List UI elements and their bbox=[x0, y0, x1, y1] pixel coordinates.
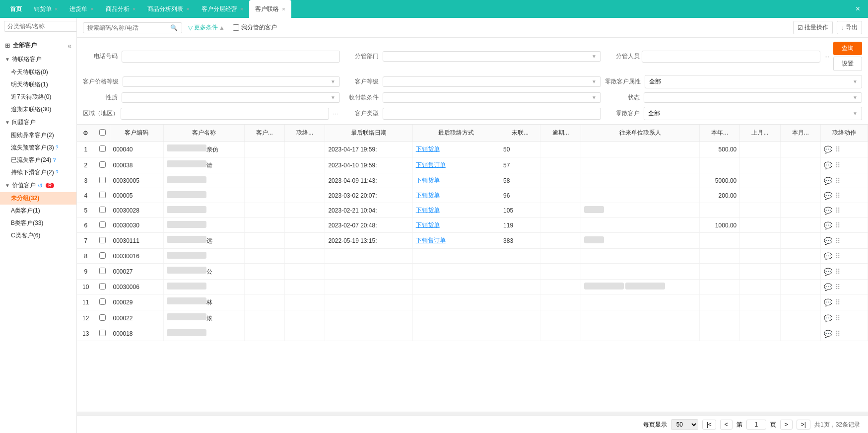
sidebar-item-warning[interactable]: 流失预警客户(3) ? bbox=[0, 142, 76, 154]
chat-icon[interactable]: 💬 bbox=[824, 221, 832, 229]
row-checkbox[interactable] bbox=[99, 252, 106, 259]
chat-icon[interactable]: 💬 bbox=[824, 314, 832, 322]
row-checkbox[interactable] bbox=[99, 298, 106, 305]
nav-purchase-close[interactable]: × bbox=[90, 6, 93, 12]
scatter-attr-select[interactable]: 全部 ▼ bbox=[645, 75, 862, 88]
chat-icon[interactable]: 💬 bbox=[824, 177, 832, 185]
sidebar-item-declining[interactable]: 持续下滑客户(2) ? bbox=[0, 166, 76, 179]
sidebar-collapse-btn[interactable]: « bbox=[67, 42, 71, 50]
row-checkbox[interactable] bbox=[99, 330, 106, 336]
contact-type-link[interactable]: 下销货单 bbox=[416, 145, 440, 152]
chat-icon[interactable]: 💬 bbox=[824, 283, 832, 291]
row-checkbox[interactable] bbox=[99, 192, 106, 198]
row-checkbox[interactable] bbox=[99, 221, 106, 228]
more-action-icon[interactable]: ⠿ bbox=[835, 252, 840, 260]
nav-customer-contact[interactable]: 客户联络 × bbox=[249, 0, 291, 18]
more-action-icon[interactable]: ⠿ bbox=[835, 268, 840, 276]
sidebar-item-7days[interactable]: 近7天待联络(0) bbox=[0, 91, 76, 103]
more-action-icon[interactable]: ⠿ bbox=[835, 298, 840, 306]
nav-goods-close[interactable]: × bbox=[133, 6, 135, 12]
more-action-icon[interactable]: ⠿ bbox=[835, 207, 840, 215]
nav-customer-tier[interactable]: 客户分层经营 × bbox=[196, 0, 249, 18]
more-action-icon[interactable]: ⠿ bbox=[835, 145, 840, 153]
contact-type-link[interactable]: 下销货单 bbox=[416, 221, 440, 228]
contact-type-link[interactable]: 下销售订单 bbox=[416, 237, 446, 244]
nav-goods-list-close[interactable]: × bbox=[186, 6, 189, 12]
th-check[interactable] bbox=[95, 125, 110, 142]
chat-icon[interactable]: 💬 bbox=[824, 252, 832, 260]
phone-input[interactable] bbox=[122, 51, 340, 63]
area-dots[interactable]: ··· bbox=[331, 110, 340, 117]
query-btn[interactable]: 查询 bbox=[833, 42, 862, 55]
nav-close-all[interactable]: × bbox=[852, 4, 864, 13]
dept-select[interactable]: ▼ bbox=[383, 51, 601, 62]
export-btn[interactable]: ↓ 导出 bbox=[837, 21, 862, 34]
chat-icon[interactable]: 💬 bbox=[824, 161, 832, 169]
sidebar-all-customers[interactable]: ⊞ 全部客户 « bbox=[0, 38, 76, 53]
cust-level-select[interactable]: ▼ bbox=[383, 76, 601, 87]
prev-page-btn[interactable]: < bbox=[720, 420, 733, 430]
contact-type-link[interactable]: 下销售订单 bbox=[416, 161, 446, 168]
reset-btn[interactable]: 设置 bbox=[833, 57, 862, 71]
row-checkbox[interactable] bbox=[99, 237, 106, 243]
row-checkbox[interactable] bbox=[99, 207, 106, 213]
nav-sales-close[interactable]: × bbox=[55, 6, 58, 12]
chat-icon[interactable]: 💬 bbox=[824, 145, 832, 153]
cust-type-input[interactable] bbox=[383, 108, 601, 120]
chat-icon[interactable]: 💬 bbox=[824, 330, 832, 338]
value-refresh-icon[interactable]: ↺ bbox=[38, 182, 43, 189]
nav-goods-list[interactable]: 商品分析列表 × bbox=[141, 0, 195, 18]
more-conditions-btn[interactable]: ▽ 更多条件 ▲ bbox=[188, 23, 225, 32]
manager-input[interactable] bbox=[642, 51, 820, 63]
sidebar-item-today[interactable]: 今天待联络(0) bbox=[0, 66, 76, 78]
last-page-btn[interactable]: >| bbox=[797, 420, 810, 430]
row-checkbox[interactable] bbox=[99, 314, 106, 321]
sidebar-item-tomorrow[interactable]: 明天待联络(1) bbox=[0, 78, 76, 91]
sidebar-item-a[interactable]: A类客户(1) bbox=[0, 205, 76, 217]
sidebar-item-b[interactable]: B类客户(33) bbox=[0, 217, 76, 229]
more-action-icon[interactable]: ⠿ bbox=[835, 330, 840, 338]
more-action-icon[interactable]: ⠿ bbox=[835, 314, 840, 322]
nav-sales[interactable]: 销货单 × bbox=[28, 0, 64, 18]
settings-icon[interactable]: ⚙ bbox=[83, 130, 88, 137]
nav-customer-contact-close[interactable]: × bbox=[282, 6, 285, 12]
scatter-select[interactable]: 全部 ▼ bbox=[644, 107, 862, 120]
nav-customer-tier-close[interactable]: × bbox=[240, 6, 243, 12]
nav-purchase[interactable]: 进货单 × bbox=[64, 0, 99, 18]
contact-type-link[interactable]: 下销货单 bbox=[416, 192, 440, 199]
nav-goods-analysis[interactable]: 商品分析 × bbox=[100, 0, 141, 18]
sidebar-item-overdue[interactable]: 逾期未联络(30) bbox=[0, 103, 76, 116]
sidebar-item-ungroup[interactable]: 未分组(32) bbox=[0, 192, 76, 205]
chat-icon[interactable]: 💬 bbox=[824, 207, 832, 215]
more-action-icon[interactable]: ⠿ bbox=[835, 161, 840, 169]
contact-type-link[interactable]: 下销货单 bbox=[416, 177, 440, 184]
status-select[interactable]: ▼ bbox=[644, 92, 862, 103]
th-settings[interactable]: ⚙ bbox=[77, 125, 95, 142]
row-checkbox[interactable] bbox=[99, 145, 106, 152]
row-checkbox[interactable] bbox=[99, 283, 106, 289]
sidebar-item-c[interactable]: C类客户(6) bbox=[0, 229, 76, 242]
page-input[interactable] bbox=[746, 420, 766, 430]
more-action-icon[interactable]: ⠿ bbox=[835, 221, 840, 229]
manager-dots[interactable]: ··· bbox=[822, 53, 831, 60]
sidebar-search-input[interactable] bbox=[4, 21, 77, 32]
area-input[interactable] bbox=[121, 108, 329, 120]
my-customers-checkbox[interactable]: 我分管的客户 bbox=[233, 23, 277, 32]
sidebar-item-abnormal[interactable]: 囤购异常客户(2) bbox=[0, 129, 76, 142]
more-action-icon[interactable]: ⠿ bbox=[835, 237, 840, 245]
row-checkbox[interactable] bbox=[99, 177, 106, 183]
chat-icon[interactable]: 💬 bbox=[824, 192, 832, 200]
search-input[interactable] bbox=[87, 24, 168, 31]
more-action-icon[interactable]: ⠿ bbox=[835, 192, 840, 200]
price-level-select[interactable]: ▼ bbox=[123, 76, 340, 87]
nav-home[interactable]: 首页 bbox=[4, 0, 28, 18]
chat-icon[interactable]: 💬 bbox=[824, 298, 832, 306]
chat-icon[interactable]: 💬 bbox=[824, 268, 832, 276]
select-all-checkbox[interactable] bbox=[99, 129, 106, 136]
my-customers-input[interactable] bbox=[233, 24, 239, 31]
nature-select[interactable]: ▼ bbox=[122, 92, 340, 103]
first-page-btn[interactable]: |< bbox=[702, 420, 716, 430]
batch-ops-btn[interactable]: ☑ 批量操作 bbox=[793, 21, 833, 34]
more-action-icon[interactable]: ⠿ bbox=[835, 177, 840, 185]
sidebar-group-pending[interactable]: ▼ 待联络客户 bbox=[0, 53, 76, 66]
